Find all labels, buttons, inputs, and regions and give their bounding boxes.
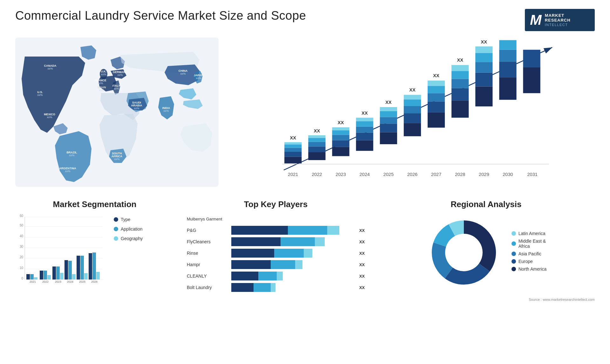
svg-rect-68 — [380, 107, 397, 111]
svg-rect-78 — [428, 112, 445, 128]
player-name-fly: FlyCleaners — [187, 239, 228, 244]
regional-title: Regional Analysis — [377, 199, 595, 209]
type-dot — [114, 217, 118, 222]
player-name-hampr: Hampr — [187, 262, 228, 267]
player-xx-bolt: XX — [359, 285, 365, 290]
svg-text:2026: 2026 — [91, 280, 98, 283]
player-row-bolt: Bolt Laundry XX — [187, 283, 365, 292]
svg-rect-85 — [451, 100, 469, 118]
svg-text:2028: 2028 — [455, 172, 465, 177]
svg-rect-46 — [308, 138, 325, 142]
player-xx-fly: XX — [359, 239, 365, 244]
svg-rect-95 — [475, 53, 492, 62]
svg-text:10: 10 — [20, 266, 24, 270]
world-map: CANADA xx% U.S. xx% MEXICO xx% BRAZIL xx… — [15, 37, 219, 187]
player-row-rinse: Rinse XX — [187, 249, 365, 258]
svg-text:2021: 2021 — [288, 172, 298, 177]
svg-text:xx%: xx% — [113, 87, 119, 90]
svg-text:XX: XX — [385, 100, 392, 105]
player-name-bolt: Bolt Laundry — [187, 285, 228, 290]
svg-rect-72 — [404, 113, 421, 123]
svg-rect-140 — [77, 256, 80, 280]
bar-seg-dark — [231, 237, 281, 246]
svg-text:xx%: xx% — [114, 158, 119, 161]
geography-dot — [114, 236, 118, 241]
svg-rect-75 — [404, 95, 421, 100]
svg-rect-64 — [380, 132, 397, 144]
bar-seg-dark — [231, 260, 271, 269]
application-dot — [114, 227, 118, 231]
svg-text:2030: 2030 — [503, 172, 513, 177]
legend-north-america: North America — [512, 266, 547, 272]
legend-latin-america: Latin America — [512, 231, 547, 236]
svg-text:xx%: xx% — [163, 109, 169, 112]
player-bar-mulberrys — [231, 214, 365, 223]
svg-rect-144 — [89, 253, 92, 280]
bar-seg-light — [295, 260, 302, 269]
svg-text:XX: XX — [433, 73, 439, 78]
svg-rect-44 — [308, 146, 325, 152]
player-row-cleanly: CLEANLY XX — [187, 272, 365, 280]
svg-text:2022: 2022 — [42, 280, 49, 283]
segmentation-title: Market Segmentation — [15, 199, 174, 209]
regional-section: Regional Analysis — [377, 199, 595, 292]
svg-rect-89 — [451, 65, 469, 71]
growth-bar-chart: XX 2021 XX 2022 XX 2023 XX 20 — [231, 37, 595, 190]
svg-text:xx%: xx% — [98, 82, 103, 85]
svg-text:xx%: xx% — [134, 107, 139, 110]
svg-rect-65 — [380, 124, 397, 132]
svg-text:2021: 2021 — [30, 280, 36, 283]
svg-rect-58 — [356, 132, 373, 140]
svg-text:60: 60 — [20, 214, 24, 218]
north-america-label: North America — [518, 266, 547, 272]
type-label: Type — [121, 217, 130, 222]
svg-rect-93 — [475, 73, 492, 87]
regional-legend: Latin America Middle East &Africa Asia P… — [512, 231, 547, 274]
svg-rect-71 — [404, 123, 421, 136]
svg-rect-59 — [356, 127, 373, 133]
svg-text:2023: 2023 — [55, 280, 61, 283]
svg-rect-134 — [60, 273, 64, 280]
player-row-pg: P&G XX — [187, 226, 365, 235]
svg-text:2023: 2023 — [336, 172, 346, 177]
europe-label: Europe — [518, 259, 533, 264]
segmentation-chart: 0 10 20 30 40 50 60 — [15, 214, 104, 284]
asia-pacific-dot — [512, 252, 516, 256]
svg-rect-87 — [451, 79, 469, 88]
segmentation-legend: Type Application Geography — [114, 217, 143, 244]
svg-rect-66 — [380, 117, 397, 124]
svg-rect-145 — [92, 253, 96, 280]
logo-text: MARKET RESEARCH INTELLECT — [545, 13, 571, 27]
svg-text:XX: XX — [409, 87, 416, 92]
svg-rect-73 — [404, 106, 421, 113]
source-text: Source : www.marketresearchintellect.com — [0, 296, 610, 303]
me-africa-dot — [512, 241, 516, 246]
player-row-fly: FlyCleaners XX — [187, 237, 365, 246]
bar-seg-light — [277, 272, 283, 280]
legend-geography: Geography — [114, 236, 143, 241]
svg-rect-81 — [428, 86, 445, 93]
bar-seg-dark — [231, 249, 274, 258]
svg-text:2024: 2024 — [359, 172, 369, 177]
player-xx-hampr: XX — [359, 262, 365, 267]
application-label: Application — [121, 226, 143, 232]
svg-rect-125 — [30, 274, 34, 280]
svg-rect-74 — [404, 99, 421, 106]
svg-rect-36 — [284, 157, 302, 164]
svg-rect-60 — [356, 121, 373, 127]
player-bar-hampr — [231, 260, 354, 269]
svg-text:2027: 2027 — [431, 172, 441, 177]
svg-rect-86 — [451, 88, 469, 101]
donut-chart — [426, 214, 502, 291]
north-america-dot — [512, 267, 516, 271]
svg-text:2022: 2022 — [312, 172, 322, 177]
bar-seg-light — [304, 249, 312, 258]
bar-seg-mid — [281, 237, 315, 246]
svg-text:XX: XX — [290, 135, 296, 140]
player-xx-pg: XX — [359, 228, 365, 233]
svg-text:50: 50 — [20, 224, 24, 227]
svg-text:xx%: xx% — [65, 170, 70, 173]
latin-america-label: Latin America — [518, 231, 546, 236]
svg-rect-45 — [308, 142, 325, 147]
svg-rect-61 — [356, 118, 373, 121]
